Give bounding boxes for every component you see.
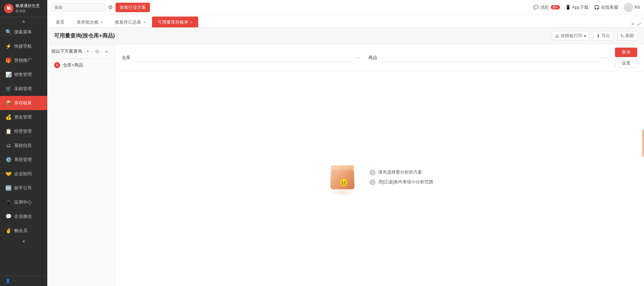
sidebar-item-label: 资金管理: [14, 114, 32, 120]
product-input[interactable]: [380, 54, 598, 62]
online-service-action[interactable]: 🎧 在线客服: [594, 4, 618, 10]
settings-scheme-button[interactable]: ⊙: [94, 48, 101, 55]
sidebar-item-inventory[interactable]: 📦 库存核算: [0, 96, 47, 110]
print-label: 按模板打印: [561, 33, 583, 39]
sidebar-bottom[interactable]: 👤 ···: [0, 276, 47, 286]
sidebar-item-label: 经营管理: [14, 128, 32, 134]
sidebar-scroll: ▲ 🔍 搜索菜单 ⚡ 快捷导航 🎁 营销推广 📊 销售管理 🛒 采购管理 📦 库…: [0, 17, 47, 276]
tab-label: 收发存汇总表: [115, 19, 141, 25]
service-icon: 🎧: [594, 5, 599, 10]
sidebar-item-wechat[interactable]: 💬 企业微信: [0, 209, 47, 224]
filter-settings-button[interactable]: 设置: [615, 58, 637, 68]
right-scrollbar-edge: [642, 130, 644, 157]
member-icon: ✌: [5, 228, 11, 234]
purchase-icon: 🛒: [5, 86, 11, 92]
sidebar-item-enterprise[interactable]: 🤝 企业协同: [0, 167, 47, 181]
empty-glow: [329, 189, 356, 196]
sidebar-item-label: 营销推广: [14, 57, 32, 63]
main-area: ⚙ 体验行业方案 💬 消息 99+ 📱 App下载 🎧 在线客服 Rit: [47, 0, 644, 286]
left-panel-header: 按以下方案查询 ＋ ⊙ «: [47, 44, 114, 59]
topbar-search-box[interactable]: [51, 3, 105, 11]
trial-button[interactable]: 体验行业方案: [115, 3, 150, 12]
user-avatar-action[interactable]: Rit: [624, 3, 640, 12]
system-icon: ⚙️: [5, 157, 11, 163]
tab-close-icon[interactable]: ×: [101, 20, 103, 24]
sidebar-item-label: 系统管理: [14, 157, 32, 163]
left-panel: 按以下方案查询 ＋ ⊙ « ↻ 仓库+商品: [47, 44, 115, 286]
sidebar-item-system[interactable]: ⚙️ 系统管理: [0, 153, 47, 167]
empty-face: 😐: [339, 178, 349, 187]
sidebar-item-shortcut[interactable]: ⚡ 快捷导航: [0, 39, 47, 53]
sidebar-item-marketing[interactable]: 🎁 营销推广: [0, 53, 47, 68]
dropdown-icon: ▾: [584, 33, 586, 38]
content-area: 按以下方案查询 ＋ ⊙ « ↻ 仓库+商品 仓库 ···: [47, 44, 644, 286]
filter-actions: 查询 设置: [615, 48, 637, 68]
empty-illustration: 😐: [326, 162, 359, 196]
brand-icon: 畅: [4, 4, 14, 13]
sidebar-item-apps[interactable]: 📱 应用中心: [0, 195, 47, 209]
topbar: ⚙ 体验行业方案 💬 消息 99+ 📱 App下载 🎧 在线客服 Rit: [47, 0, 644, 15]
sidebar-item-label: 企业协同: [14, 171, 32, 177]
tab-close-icon[interactable]: ×: [190, 20, 192, 24]
hint-text-1: 请先选择要分析的方案: [378, 169, 422, 175]
warehouse-more-button[interactable]: ···: [354, 55, 361, 61]
export-icon: ⬆: [596, 33, 600, 38]
page-header-actions: 🖨 按模板打印 ▾ ⬆ 导出 ↻ 刷新: [552, 31, 637, 41]
brand-area: 畅 畅康通好生意 标准版: [0, 0, 47, 17]
sidebar-item-search[interactable]: 🔍 搜索菜单: [0, 25, 47, 39]
message-label: 消息: [540, 4, 549, 10]
tab-home[interactable]: 首页: [50, 17, 70, 27]
warehouse-filter-group: 仓库 ···: [122, 54, 362, 62]
sidebar-item-basic[interactable]: 🗂 基础信息: [0, 138, 47, 153]
print-icon: 🖨: [555, 33, 559, 38]
service-label: 在线客服: [601, 4, 618, 10]
warehouse-label: 仓库: [122, 55, 130, 61]
app-icon: 📱: [565, 5, 571, 10]
sidebar-item-label: 畅会员: [14, 228, 27, 234]
hint-item-1: 1 请先选择要分析的方案: [369, 169, 433, 176]
sidebar-item-sales[interactable]: 📊 销售管理: [0, 68, 47, 82]
scheme-icon: ↻: [54, 62, 60, 68]
topbar-search-input[interactable]: [54, 5, 102, 10]
filter-bar: 仓库 ··· 商品 ··· 查询 设置: [115, 44, 644, 72]
inventory-icon: 📦: [5, 100, 11, 106]
print-template-button[interactable]: 🖨 按模板打印 ▾: [552, 31, 589, 41]
tab-batch[interactable]: 库存批次账 ×: [71, 17, 108, 27]
sidebar-item-finance[interactable]: 💰 资金管理: [0, 110, 47, 124]
app-download-action[interactable]: 📱 App下载: [565, 4, 589, 10]
product-more-button[interactable]: ···: [601, 55, 608, 61]
tabs-expand-button[interactable]: ⤢: [637, 21, 641, 27]
sidebar-scroll-up[interactable]: ▲: [0, 17, 47, 25]
sidebar-item-label: 基础信息: [14, 142, 32, 149]
sidebar-item-label: 销售管理: [14, 72, 32, 78]
right-panel: 仓库 ··· 商品 ··· 查询 设置: [115, 44, 644, 286]
add-scheme-button[interactable]: ＋: [84, 48, 92, 55]
scheme-item-warehouse-product[interactable]: ↻ 仓库+商品: [47, 59, 114, 72]
hint-item-2: 2 用[过滤]条件来缩小分析范围: [369, 179, 433, 185]
shortcut-icon: ⚡: [5, 43, 11, 49]
sidebar-item-operation[interactable]: 📋 经营管理: [0, 124, 47, 138]
sidebar-item-label: 新手引导: [14, 185, 32, 191]
collapse-panel-button[interactable]: «: [103, 48, 110, 55]
tab-receipt[interactable]: 收发存汇总表 ×: [109, 17, 151, 27]
query-button[interactable]: 查询: [615, 48, 637, 57]
left-panel-title: 按以下方案查询: [51, 48, 82, 54]
refresh-button[interactable]: ↻ 刷新: [617, 31, 637, 41]
message-action[interactable]: 💬 消息 99+: [533, 4, 560, 10]
operation-icon: 📋: [5, 128, 11, 134]
gear-icon[interactable]: ⚙: [108, 4, 113, 10]
page-title: 可用量查询(按仓库+商品): [54, 32, 115, 40]
tab-close-icon[interactable]: ×: [143, 20, 145, 24]
sidebar-item-purchase[interactable]: 🛒 采购管理: [0, 82, 47, 96]
product-filter-group: 商品 ···: [368, 54, 609, 62]
sidebar-scroll-down[interactable]: ▼: [0, 238, 47, 245]
warehouse-input[interactable]: [133, 54, 352, 62]
sidebar-item-guide[interactable]: 🆕 新手引导: [0, 181, 47, 195]
tab-available[interactable]: 可用量库存账本 ×: [152, 17, 198, 27]
sidebar-item-member[interactable]: ✌ 畅会员: [0, 224, 47, 238]
export-button[interactable]: ⬆ 导出: [593, 31, 613, 41]
sidebar-item-label: 搜索菜单: [14, 29, 32, 35]
topbar-actions: 💬 消息 99+ 📱 App下载 🎧 在线客服 Rit: [533, 3, 640, 12]
tabs-close-all-button[interactable]: ×: [631, 21, 634, 27]
message-badge: 99+: [551, 5, 560, 9]
